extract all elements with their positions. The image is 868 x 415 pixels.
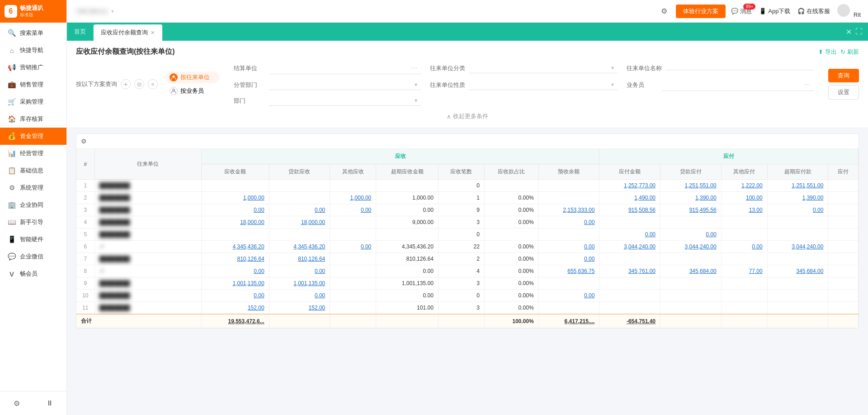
- ar-overdue[interactable]: 4,345,436.20: [376, 241, 439, 253]
- ar-amount[interactable]: 152.00: [202, 302, 269, 315]
- ap-amount[interactable]: 1,252,773.00: [599, 180, 660, 192]
- ar-overdue[interactable]: 101.00: [376, 302, 439, 315]
- ap-amount[interactable]: 0.00: [599, 229, 660, 241]
- sidebar-collapse-btn[interactable]: ⏸: [42, 395, 58, 411]
- ar-loan[interactable]: 4,345,436.20: [269, 241, 330, 253]
- ar-overdue[interactable]: 9,000.00: [376, 216, 439, 229]
- sidebar-item-hardware[interactable]: 📱 智能硬件: [0, 231, 66, 248]
- prepaid[interactable]: 0.00: [538, 216, 599, 229]
- ap-other[interactable]: 13.00: [721, 204, 767, 216]
- filter-settings-button[interactable]: 设置: [828, 85, 859, 100]
- footer-prepaid[interactable]: 6,417,215....: [538, 314, 599, 328]
- ap-overdue[interactable]: 345,684.00: [767, 265, 828, 277]
- salesperson-input[interactable]: ···: [662, 79, 814, 91]
- ar-other[interactable]: 1,000.00: [330, 192, 376, 204]
- jiesuan-unit-input[interactable]: ···: [269, 62, 421, 74]
- ar-ratio[interactable]: 0.00%: [484, 204, 538, 216]
- sidebar-item-finance[interactable]: 💰 资金管理: [0, 128, 66, 145]
- ap-other[interactable]: 1,222.00: [721, 180, 767, 192]
- ar-other[interactable]: 0.00: [330, 241, 376, 253]
- filter-collapse-circle-button[interactable]: «: [148, 79, 158, 89]
- ar-count[interactable]: 3: [438, 277, 484, 290]
- ar-ratio[interactable]: [484, 229, 538, 241]
- sidebar-item-purchase[interactable]: 🛒 采购管理: [0, 93, 66, 110]
- laiwan-nature-input[interactable]: ▾: [469, 80, 617, 90]
- filter-scheme-partner[interactable]: 按往来单位: [165, 72, 219, 83]
- ar-amount[interactable]: 0.00: [202, 265, 269, 277]
- ar-count[interactable]: 3: [438, 216, 484, 229]
- ar-count[interactable]: 2: [438, 253, 484, 265]
- ar-count[interactable]: 0: [438, 180, 484, 192]
- tabbar-expand-btn[interactable]: ⛶: [855, 28, 863, 36]
- prepaid[interactable]: 2,153,333.00: [538, 204, 599, 216]
- collapse-more-button[interactable]: ∧ 收起更多条件: [447, 112, 488, 120]
- sidebar-item-system[interactable]: ⚙ 系统管理: [0, 179, 66, 196]
- ap-loan[interactable]: 345,684.00: [660, 265, 722, 277]
- ar-ratio[interactable]: 0.00%: [484, 216, 538, 229]
- ar-ratio[interactable]: 0.00%: [484, 192, 538, 204]
- ar-amount[interactable]: 810,126.64: [202, 253, 269, 265]
- ap-loan[interactable]: 1,251,551.00: [660, 180, 722, 192]
- topbar-user[interactable]: Rit: [837, 4, 861, 18]
- query-button[interactable]: 查询: [828, 69, 859, 82]
- prepaid[interactable]: 0.00: [538, 290, 599, 302]
- ar-count[interactable]: 22: [438, 241, 484, 253]
- ar-count[interactable]: 0: [438, 229, 484, 241]
- ar-ratio[interactable]: 0.00%: [484, 302, 538, 315]
- filter-add-button[interactable]: +: [121, 79, 131, 89]
- sidebar-item-member[interactable]: V 畅会员: [0, 265, 66, 282]
- table-scroll-container[interactable]: # 往来单位 应收 应付 应收金额 贷款应收 其他应收 超期应收金额 应收笔数 …: [76, 149, 859, 328]
- ar-ratio[interactable]: 0.00%: [484, 277, 538, 290]
- ap-other[interactable]: 0.00: [721, 241, 767, 253]
- ar-count[interactable]: 4: [438, 265, 484, 277]
- ar-overdue[interactable]: 810,126.64: [376, 253, 439, 265]
- ar-ratio[interactable]: 0.00%: [484, 290, 538, 302]
- laiwan-classify-input[interactable]: ▾: [469, 63, 617, 73]
- sidebar-item-marketing[interactable]: 📢 营销推广: [0, 59, 66, 76]
- sidebar-item-guide[interactable]: 📖 新手引导: [0, 214, 66, 231]
- ar-loan[interactable]: 0.00: [269, 204, 330, 216]
- fenguan-dept-input[interactable]: ▾: [269, 80, 421, 90]
- dept-input[interactable]: ▾: [269, 95, 421, 106]
- ar-overdue[interactable]: 1,001,135.00: [376, 277, 439, 290]
- sidebar-item-sales[interactable]: 💼 销售管理: [0, 76, 66, 93]
- ar-ratio[interactable]: 0.00%: [484, 265, 538, 277]
- ar-amount[interactable]: 0.00: [202, 290, 269, 302]
- breadcrumb-dropdown-icon[interactable]: ▾: [111, 8, 114, 14]
- sidebar-item-search[interactable]: 🔍 搜索菜单: [0, 24, 66, 42]
- sidebar-item-operation[interactable]: 📊 经营管理: [0, 145, 66, 162]
- export-button[interactable]: ⬆ 导出: [818, 48, 837, 56]
- ap-loan[interactable]: 0.00: [660, 229, 722, 241]
- sidebar-item-corp[interactable]: 🏢 企业协同: [0, 196, 66, 214]
- table-settings-icon[interactable]: ⚙: [81, 138, 87, 145]
- ap-overdue[interactable]: 3,044,240.00: [767, 241, 828, 253]
- ap-overdue[interactable]: 1,390.00: [767, 192, 828, 204]
- sidebar-item-wechat[interactable]: 💬 企业微信: [0, 248, 66, 265]
- prepaid[interactable]: 0.00: [538, 241, 599, 253]
- ap-loan[interactable]: 3,044,240.00: [660, 241, 722, 253]
- ar-amount[interactable]: 1,000.00: [202, 192, 269, 204]
- prepaid[interactable]: 655,636.75: [538, 265, 599, 277]
- ap-other[interactable]: 100.00: [721, 192, 767, 204]
- ar-loan[interactable]: 1,001,135.00: [269, 277, 330, 290]
- tabbar-close-btn[interactable]: ✕: [846, 28, 852, 36]
- sidebar-item-inventory[interactable]: 🏠 库存核算: [0, 110, 66, 128]
- ar-ratio[interactable]: 0.00%: [484, 253, 538, 265]
- prepaid[interactable]: 0.00: [538, 253, 599, 265]
- ar-count[interactable]: 1: [438, 192, 484, 204]
- ap-other[interactable]: 77.00: [721, 265, 767, 277]
- tab-close-icon[interactable]: ✕: [151, 30, 155, 36]
- ar-overdue[interactable]: 0.00: [376, 204, 439, 216]
- topbar-gear-icon[interactable]: ⚙: [658, 5, 670, 18]
- ar-overdue[interactable]: 0.00: [376, 265, 439, 277]
- ar-loan[interactable]: 810,126.64: [269, 253, 330, 265]
- topbar-app[interactable]: 📱 App下载: [759, 7, 790, 15]
- ar-loan[interactable]: 18,000.00: [269, 216, 330, 229]
- topbar-msg[interactable]: 💬 消息 99+: [731, 7, 752, 15]
- ar-loan[interactable]: 152.00: [269, 302, 330, 315]
- ap-loan[interactable]: 1,390.00: [660, 192, 722, 204]
- ap-amount[interactable]: 915,508.56: [599, 204, 660, 216]
- footer-ap-amount[interactable]: -654,751.40: [599, 314, 660, 328]
- ar-count[interactable]: 3: [438, 302, 484, 315]
- ap-loan[interactable]: 915,495.56: [660, 204, 722, 216]
